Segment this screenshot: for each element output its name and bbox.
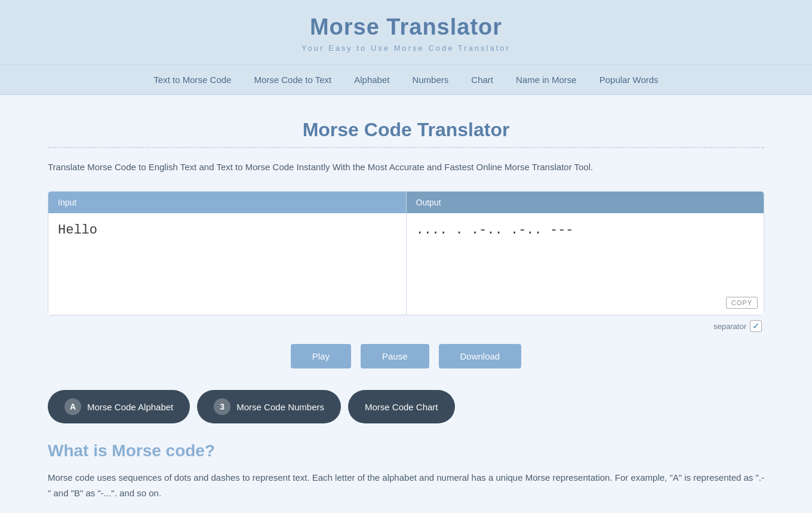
what-is-section: What is Morse code? Morse code uses sequ…	[48, 441, 764, 500]
tab-chart-label: Morse Code Chart	[365, 402, 438, 412]
section-text: Morse code uses sequences of dots and da…	[48, 470, 764, 500]
tab-alphabet[interactable]: A Morse Code Alphabet	[48, 390, 190, 423]
output-panel-header: Output	[407, 192, 764, 213]
nav-text-to-morse[interactable]: Text to Morse Code	[151, 73, 233, 86]
tab-numbers[interactable]: 3 Morse Code Numbers	[197, 390, 341, 423]
divider	[48, 147, 764, 148]
bottom-tabs: A Morse Code Alphabet 3 Morse Code Numbe…	[48, 390, 764, 423]
main-content: Morse Code Translator Translate Morse Co…	[0, 95, 812, 513]
site-title: Morse Translator	[0, 14, 812, 40]
action-buttons: Play Pause Download	[48, 344, 764, 368]
description-text: Translate Morse Code to English Text and…	[48, 160, 764, 174]
input-panel-header: Input	[48, 192, 406, 213]
input-panel: Input Hello	[48, 192, 406, 315]
page-title: Morse Code Translator	[48, 119, 764, 141]
alphabet-icon: A	[64, 398, 81, 415]
nav-name-in-morse[interactable]: Name in Morse	[513, 73, 579, 86]
output-textarea[interactable]: .... . .-.. .-.. ---	[407, 213, 764, 315]
checkmark-icon: ✓	[752, 321, 759, 331]
site-subtitle: Your Easy to Use Morse Code Translator	[0, 44, 812, 53]
copy-button[interactable]: COPY	[726, 297, 758, 309]
download-button[interactable]: Download	[439, 344, 522, 368]
pause-button[interactable]: Pause	[361, 344, 429, 368]
nav-popular-words[interactable]: Popular Words	[597, 73, 661, 86]
play-button[interactable]: Play	[291, 344, 351, 368]
tab-alphabet-label: Morse Code Alphabet	[87, 402, 173, 412]
tab-numbers-label: Morse Code Numbers	[236, 402, 324, 412]
nav-morse-to-text[interactable]: Morse Code to Text	[251, 73, 334, 86]
separator-row: separator ✓	[48, 320, 764, 332]
tab-chart[interactable]: Morse Code Chart	[348, 390, 455, 423]
separator-label: separator	[713, 322, 746, 331]
section-heading: What is Morse code?	[48, 441, 764, 460]
navigation: Text to Morse Code Morse Code to Text Al…	[0, 64, 812, 95]
translator-container: Input Hello Output .... . .-.. .-.. --- …	[48, 191, 764, 315]
nav-numbers[interactable]: Numbers	[410, 73, 451, 86]
separator-checkbox[interactable]: ✓	[750, 320, 762, 332]
numbers-icon: 3	[214, 398, 230, 415]
nav-chart[interactable]: Chart	[469, 73, 496, 86]
header: Morse Translator Your Easy to Use Morse …	[0, 0, 812, 53]
input-textarea[interactable]: Hello	[48, 213, 406, 315]
nav-alphabet[interactable]: Alphabet	[352, 73, 392, 86]
output-panel: Output .... . .-.. .-.. --- COPY	[407, 192, 764, 315]
